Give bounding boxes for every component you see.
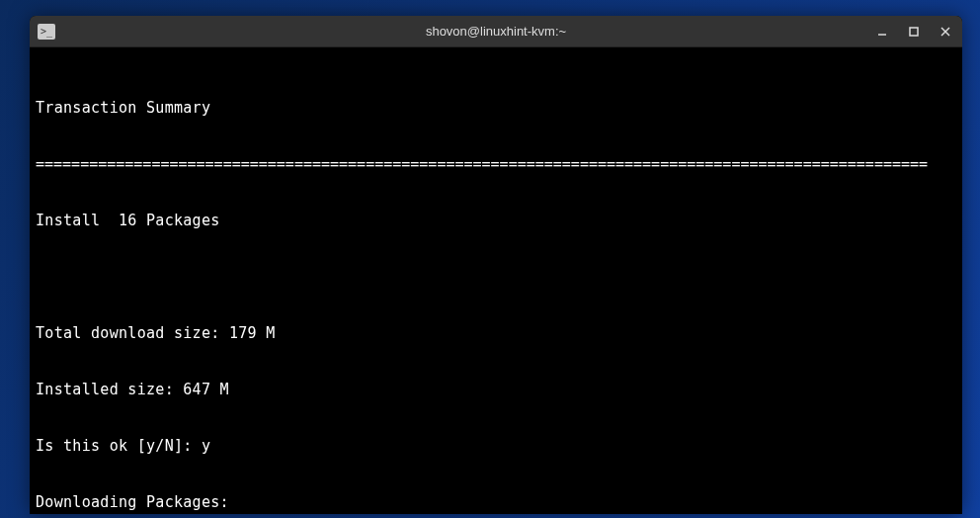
transaction-summary: Transaction Summary: [36, 99, 956, 118]
close-button[interactable]: [937, 23, 954, 41]
download-size: Total download size: 179 M: [36, 324, 956, 343]
terminal-output[interactable]: Transaction Summary ====================…: [30, 47, 962, 514]
titlebar[interactable]: >_ shovon@linuxhint-kvm:~: [30, 16, 962, 47]
installed-size: Installed size: 647 M: [36, 381, 956, 399]
downloading-header: Downloading Packages:: [36, 493, 956, 512]
minimize-button[interactable]: [873, 23, 891, 41]
install-count: Install 16 Packages: [36, 212, 956, 230]
maximize-button[interactable]: [905, 23, 923, 41]
svg-rect-1: [910, 28, 918, 36]
terminal-window: >_ shovon@linuxhint-kvm:~ Transaction Su…: [30, 16, 962, 514]
divider: ========================================…: [36, 155, 956, 174]
window-title: shovon@linuxhint-kvm:~: [426, 24, 566, 39]
terminal-icon: >_: [38, 24, 55, 40]
confirm-prompt: Is this ok [y/N]: y: [36, 437, 956, 456]
